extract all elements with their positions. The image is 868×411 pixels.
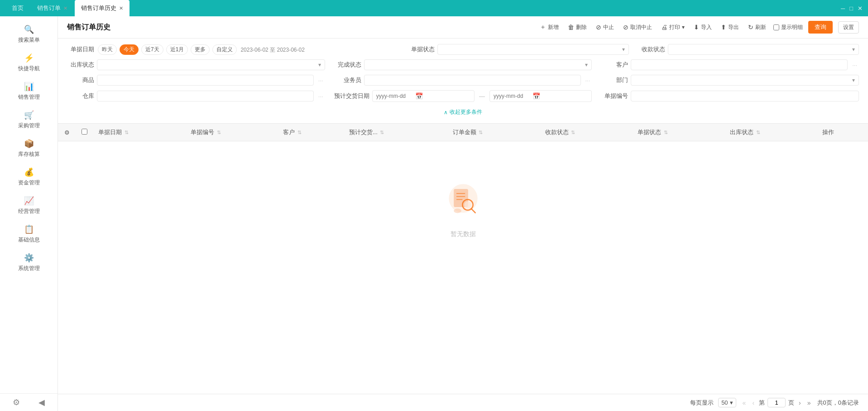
stop-icon: ⊘ [596, 24, 601, 31]
sidebar-item-purchase[interactable]: 🛒 采购管理 [0, 106, 58, 134]
date-filter-item: 单据日期 昨天 今天 近7天 近1月 更多 自定义 2023-06-02 至 2… [67, 44, 398, 55]
sidebar-item-inventory[interactable]: 📦 库存核算 [0, 134, 58, 163]
doc-number-input[interactable] [631, 91, 859, 102]
date-chip-yesterday[interactable]: 昨天 [98, 44, 117, 55]
col-amount[interactable]: 订单金额 ⇅ [447, 124, 540, 141]
window-close-icon[interactable]: ✕ [858, 5, 863, 12]
col-docno[interactable]: 单据编号 ⇅ [185, 124, 278, 141]
col-checkbox[interactable] [76, 124, 93, 141]
delivery-date-to-icon[interactable]: 📅 [532, 92, 540, 100]
col-pay-status[interactable]: 收款状态 ⇅ [540, 124, 632, 141]
delivery-date-from-icon[interactable]: 📅 [415, 92, 423, 100]
show-details-input[interactable] [773, 24, 779, 30]
date-chip-custom[interactable]: 自定义 [212, 44, 237, 55]
department-select[interactable]: ▾ [631, 75, 859, 86]
sidebar-collapse-icon[interactable]: ◀ [38, 397, 45, 407]
col-delivery[interactable]: 预计交货... ⇅ [344, 124, 447, 141]
next-page-btn[interactable]: › [797, 398, 803, 407]
col-settings[interactable]: ⚙ [58, 124, 76, 141]
select-all-checkbox[interactable] [82, 129, 87, 135]
delivery-date-to-input[interactable] [494, 93, 530, 99]
sidebar-item-basic-info-label: 基础信息 [18, 236, 40, 244]
empty-text: 暂无数据 [451, 230, 476, 238]
completion-select[interactable]: ▾ [364, 59, 592, 70]
col-doc-status-sort-icon: ⇅ [664, 130, 668, 135]
tab-sales-order-close[interactable]: ✕ [63, 5, 67, 11]
tab-sales-order[interactable]: 销售订单 ✕ [31, 0, 74, 16]
query-button[interactable]: 查询 [808, 21, 833, 34]
sidebar-item-basic-info[interactable]: 📋 基础信息 [0, 220, 58, 248]
warehouse-more-icon[interactable]: ··· [317, 93, 325, 100]
sidebar-item-sales[interactable]: 📊 销售管理 [0, 77, 58, 106]
collapse-row[interactable]: ∧ 收起更多条件 [67, 106, 859, 118]
system-icon: ⚙️ [24, 253, 34, 263]
finance-icon: 💰 [24, 167, 34, 177]
customer-more-icon[interactable]: ··· [850, 62, 859, 68]
salesperson-more-icon[interactable]: ··· [584, 77, 592, 84]
date-chip-last1month[interactable]: 近1月 [166, 44, 188, 55]
sidebar-bottom: ⚙ ◀ [0, 393, 58, 411]
outbound-select[interactable]: ▾ [97, 59, 325, 70]
import-button[interactable]: ⬇ 导入 [692, 23, 714, 32]
operations-icon: 📈 [24, 196, 34, 206]
toolbar: ＋ 新增 🗑 删除 ⊘ 中止 ⊘ 取消中止 🖨 打印 [538, 21, 859, 34]
sidebar-item-search[interactable]: 🔍 搜索菜单 [0, 20, 58, 48]
prev-page-btn[interactable]: ‹ [750, 398, 756, 407]
delivery-date-from-input[interactable] [376, 93, 412, 99]
show-details-checkbox[interactable]: 显示明细 [773, 24, 803, 31]
product-filter: 商品 ··· [67, 75, 325, 86]
col-date[interactable]: 单据日期 ⇅ [93, 124, 185, 141]
new-button[interactable]: ＋ 新增 [538, 22, 561, 32]
page-title: 销售订单历史 [67, 23, 110, 32]
delete-button[interactable]: 🗑 删除 [566, 23, 589, 32]
warehouse-input[interactable] [97, 91, 314, 102]
customer-input[interactable] [631, 59, 848, 70]
last-page-btn[interactable]: » [806, 398, 813, 407]
minimize-icon[interactable]: ─ [841, 5, 845, 12]
refresh-button[interactable]: ↻ 刷新 [746, 23, 768, 32]
tab-sales-order-history-close[interactable]: ✕ [119, 5, 123, 11]
col-customer[interactable]: 客户 ⇅ [278, 124, 344, 141]
payment-status-arrow: ▾ [852, 46, 855, 53]
product-input[interactable] [97, 75, 314, 86]
delivery-date-filter: 预计交货日期 📅 — 📅 [334, 90, 592, 102]
date-chip-more[interactable]: 更多 [191, 44, 210, 55]
page-header: 销售订单历史 ＋ 新增 🗑 删除 ⊘ 中止 ⊘ 取消中止 [58, 16, 868, 39]
settings-button[interactable]: 设置 [838, 21, 859, 34]
print-button[interactable]: 🖨 打印 ▾ [659, 23, 686, 32]
sidebar-settings-icon[interactable]: ⚙ [13, 397, 20, 407]
stop-label: 中止 [603, 24, 614, 31]
col-outbound-status[interactable]: 出库状态 ⇅ [724, 124, 817, 141]
purchase-icon: 🛒 [24, 110, 34, 120]
col-actions-label: 操作 [822, 129, 834, 135]
maximize-icon[interactable]: □ [849, 5, 853, 12]
sales-icon: 📊 [24, 82, 34, 92]
sidebar-item-finance-label: 资金管理 [18, 179, 40, 187]
salesperson-input[interactable] [364, 75, 581, 86]
cancel-stop-button[interactable]: ⊘ 取消中止 [621, 23, 654, 32]
sidebar-item-system[interactable]: ⚙️ 系统管理 [0, 248, 58, 277]
product-more-icon[interactable]: ··· [317, 77, 325, 84]
refresh-label: 刷新 [755, 24, 766, 31]
date-chip-today[interactable]: 今天 [120, 44, 139, 55]
export-button[interactable]: ⬆ 导出 [719, 23, 741, 32]
per-page-select[interactable]: 50 ▾ [718, 398, 736, 407]
collapse-arrow-icon: ∧ [444, 109, 448, 116]
filter-row-1: 单据日期 昨天 今天 近7天 近1月 更多 自定义 2023-06-02 至 2… [67, 44, 859, 55]
col-pay-status-sort-icon: ⇅ [571, 130, 575, 135]
doc-status-select[interactable]: ▾ [437, 44, 628, 55]
page-input[interactable] [767, 398, 786, 407]
stop-button[interactable]: ⊘ 中止 [594, 23, 616, 32]
tab-home[interactable]: 首页 [5, 0, 30, 16]
sidebar-item-finance[interactable]: 💰 资金管理 [0, 163, 58, 191]
col-outbound-status-label: 出库状态 [730, 129, 753, 135]
col-doc-status[interactable]: 单据状态 ⇅ [632, 124, 724, 141]
sidebar-item-operations[interactable]: 📈 经营管理 [0, 191, 58, 220]
payment-status-select[interactable]: ▾ [668, 44, 859, 55]
warehouse-label: 仓库 [67, 92, 94, 100]
sidebar-item-quick-nav[interactable]: ⚡ 快捷导航 [0, 48, 58, 77]
svg-line-7 [471, 209, 475, 213]
first-page-btn[interactable]: « [741, 398, 748, 407]
date-chip-last7[interactable]: 近7天 [141, 44, 163, 55]
tab-sales-order-history[interactable]: 销售订单历史 ✕ [75, 0, 129, 16]
